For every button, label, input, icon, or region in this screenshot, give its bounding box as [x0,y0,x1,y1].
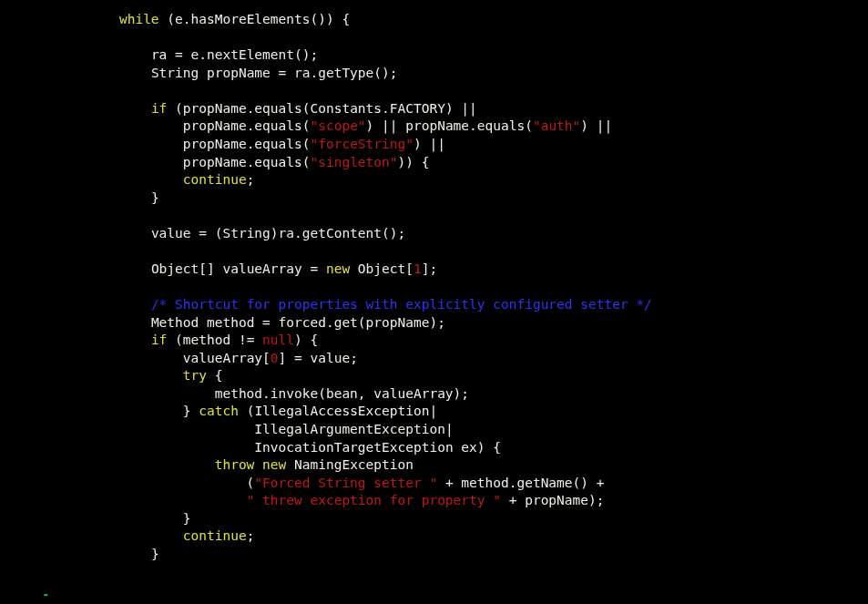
code-line: if (method != null) { [0,333,318,347]
string-literal: "scope" [310,118,365,133]
code-line: " threw exception for property " + propN… [0,493,604,507]
code-line: } catch (IllegalAccessException| [0,404,437,418]
code-line: try { [0,368,222,383]
keyword-continue: continue [183,528,247,543]
code-line: } [0,190,159,205]
string-literal: "forceString" [310,137,414,151]
code-block: while (e.hasMoreElements()) { ra = e.nex… [0,0,868,563]
code-line: continue; [0,528,254,543]
keyword-continue: continue [183,172,247,187]
keyword-if: if [151,101,167,116]
code-line: method.invoke(bean, valueArray); [0,386,469,401]
code-line: propName.equals("singleton")) { [0,155,429,169]
keyword-try: try [183,368,207,383]
code-line: Object[] valueArray = new Object[1]; [0,261,437,276]
keyword-new: new [262,457,286,472]
number-literal: 1 [414,261,422,276]
keyword-catch: catch [199,404,239,418]
code-line: value = (String)ra.getContent(); [0,226,405,241]
code-line: throw new NamingException [0,457,414,472]
string-literal: " threw exception for property " [247,493,501,507]
cursor-indicator: - [42,587,50,604]
code-line: } [0,511,191,526]
code-line: IllegalArgumentException| [0,422,454,436]
string-literal: "auth" [533,118,580,133]
keyword-new: new [326,261,350,276]
code-line: if (propName.equals(Constants.FACTORY) |… [0,101,477,116]
block-comment: /* Shortcut for properties with explicit… [151,297,652,312]
code-line: } [0,547,159,561]
code-line: ra = e.nextElement(); [0,47,318,62]
code-line: /* Shortcut for properties with explicit… [0,297,652,312]
code-line: String propName = ra.getType(); [0,66,398,80]
keyword-while: while [119,12,159,26]
null-literal: null [262,333,294,347]
code-line: InvocationTargetException ex) { [0,440,501,455]
keyword-throw: throw [215,457,255,472]
code-line: ("Forced String setter " + method.getNam… [0,476,604,490]
code-line: valueArray[0] = value; [0,351,358,365]
keyword-if: if [151,333,167,347]
string-literal: "Forced String setter " [254,476,437,490]
number-literal: 0 [271,351,279,365]
string-literal: "singleton" [310,155,397,169]
code-line: continue; [0,172,254,187]
code-line: Method method = forced.get(propName); [0,315,445,330]
code-line: propName.equals("forceString") || [0,137,445,151]
code-line: while (e.hasMoreElements()) { [0,12,350,26]
code-line: propName.equals("scope") || propName.equ… [0,118,612,133]
